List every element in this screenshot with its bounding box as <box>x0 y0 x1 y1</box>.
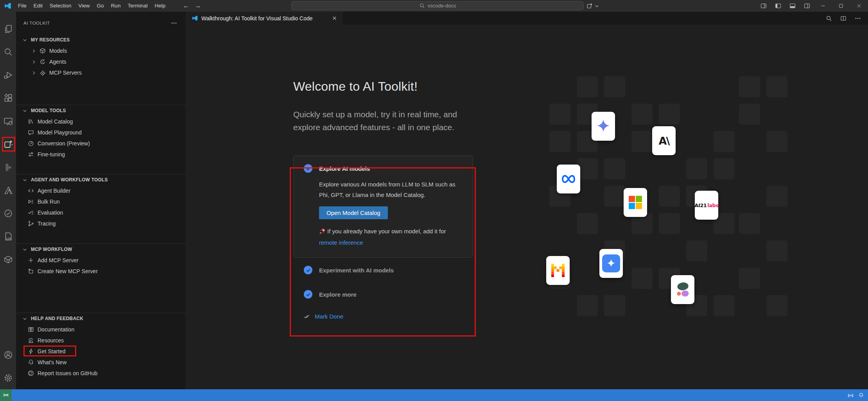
sidebar-item-label: Agents <box>49 59 66 65</box>
decorative-square <box>714 131 735 152</box>
remote-indicator[interactable]: >< <box>0 389 12 401</box>
notifications-bell-icon[interactable] <box>858 392 864 398</box>
checked-circle-icon[interactable] <box>304 290 312 299</box>
find-icon[interactable] <box>826 15 832 21</box>
blue-sparkle-logo <box>599 249 623 278</box>
broadcast-icon[interactable] <box>848 392 854 398</box>
section-header-label: AGENT AND WORKFLOW TOOLS <box>31 177 108 183</box>
menu-view[interactable]: View <box>75 0 93 12</box>
sidebar-more-actions-icon[interactable] <box>171 20 177 26</box>
section-header-mcp-workflow[interactable]: MCP WORKFLOW <box>16 244 186 255</box>
azure-foundry-icon[interactable] <box>0 156 16 179</box>
remote-inference-link[interactable]: remote inference <box>319 239 363 246</box>
sidebar-item-bulk-run[interactable]: Bulk Run <box>16 196 186 207</box>
section-header-my-resources[interactable]: MY RESOURCES <box>16 34 186 45</box>
step-explore-more[interactable]: Explore more <box>293 287 473 301</box>
customize-layout-icon[interactable] <box>756 0 771 12</box>
sidebar-item-agents[interactable]: Agents <box>16 56 186 67</box>
menu-terminal[interactable]: Terminal <box>124 0 151 12</box>
menu-help[interactable]: Help <box>151 0 169 12</box>
sidebar-item-report-issues-on-github[interactable]: Report Issues on GitHub <box>16 368 186 379</box>
sidebar-item-conversion-preview[interactable]: Conversion (Preview) <box>16 138 186 149</box>
run-debug-icon[interactable] <box>0 63 16 86</box>
sidebar-item-models[interactable]: Models <box>16 45 186 56</box>
menu-selection[interactable]: Selection <box>46 0 75 12</box>
section-header-model-tools[interactable]: MODEL TOOLS <box>16 105 186 116</box>
decorative-square <box>577 76 598 97</box>
checked-circle-icon[interactable] <box>304 266 312 274</box>
search-icon[interactable] <box>0 40 16 63</box>
chevron-right-icon[interactable] <box>31 59 36 64</box>
sidebar-item-resources[interactable]: Resources <box>16 335 186 346</box>
close-button[interactable] <box>850 0 868 12</box>
sidebar-item-mcp-servers[interactable]: MCP Servers <box>16 67 186 78</box>
section-header-help-and-feedback[interactable]: HELP AND FEEDBACK <box>16 313 186 324</box>
decorative-square <box>714 158 735 179</box>
tab-walkthrough[interactable]: Walkthrough: AI Toolkit for Visual Studi… <box>186 12 343 25</box>
explorer-icon[interactable] <box>0 17 16 40</box>
output-log-icon[interactable] <box>0 225 16 248</box>
menu-edit[interactable]: Edit <box>30 0 46 12</box>
sidebar-item-label: What's New <box>38 359 66 365</box>
menu-run[interactable]: Run <box>108 0 124 12</box>
sidebar-item-label: Conversion (Preview) <box>38 140 90 147</box>
copilot-menu[interactable] <box>586 0 599 12</box>
toggle-secondary-sidebar-icon[interactable] <box>800 0 814 12</box>
chevron-right-icon[interactable] <box>31 70 36 75</box>
sidebar-item-agent-builder[interactable]: Agent Builder <box>16 185 186 196</box>
ai-toolkit-icon[interactable] <box>0 132 16 156</box>
open-model-catalog-button[interactable]: Open Model Catalog <box>319 206 388 219</box>
sidebar-item-evaluation[interactable]: Evaluation <box>16 207 186 218</box>
sidebar-item-fine-tuning[interactable]: Fine-tuning <box>16 149 186 160</box>
sidebar-item-label: Model Playground <box>38 129 82 136</box>
containers-icon[interactable] <box>0 248 16 271</box>
chevron-right-icon[interactable] <box>31 48 36 54</box>
github-icon <box>28 370 34 376</box>
settings-icon[interactable] <box>0 366 16 389</box>
tab-actions <box>826 12 868 25</box>
maximize-button[interactable] <box>832 0 850 12</box>
sidebar-item-get-started[interactable]: Get Started <box>16 346 186 357</box>
tab-close-icon[interactable] <box>332 15 337 21</box>
walkthrough-page: A\AI21labs Welcome to AI Toolkit! Quickl… <box>186 25 868 389</box>
remote-explorer-icon[interactable] <box>0 109 16 132</box>
decorative-square <box>766 76 787 97</box>
sidebar-item-tracing[interactable]: Tracing <box>16 218 186 229</box>
testing-icon[interactable] <box>0 202 16 225</box>
menu-file[interactable]: File <box>14 0 30 12</box>
back-icon[interactable]: ← <box>183 2 189 9</box>
toggle-sidebar-icon[interactable] <box>771 0 785 12</box>
sidebar-item-add-mcp-server[interactable]: Add MCP Server <box>16 255 186 266</box>
toggle-panel-icon[interactable] <box>785 0 800 12</box>
evaluation-icon <box>28 209 34 216</box>
mark-done-link[interactable]: Mark Done <box>315 313 343 320</box>
sidebar-item-label: Tracing <box>38 220 56 227</box>
menu-go[interactable]: Go <box>93 0 108 12</box>
sidebar-item-label: Create New MCP Server <box>38 268 98 274</box>
vscode-window: { "titlebar": { "menus": ["File", "Edit"… <box>0 0 868 401</box>
command-center-search[interactable]: vscode-docs <box>291 1 584 10</box>
split-editor-icon[interactable] <box>840 15 846 21</box>
step-note: If you already have your own model, add … <box>319 226 464 248</box>
extensions-icon[interactable] <box>0 86 16 109</box>
minimize-button[interactable] <box>814 0 832 12</box>
forward-icon[interactable]: → <box>195 2 201 9</box>
decorative-square <box>739 268 760 289</box>
sidebar-item-label: Get Started <box>38 348 66 354</box>
sidebar-item-documentation[interactable]: Documentation <box>16 324 186 335</box>
sidebar-item-label: MCP Servers <box>49 70 82 76</box>
checked-circle-icon[interactable] <box>304 164 312 173</box>
sidebar-item-model-playground[interactable]: Model Playground <box>16 127 186 138</box>
more-actions-icon[interactable] <box>855 15 861 21</box>
sidebar-item-model-catalog[interactable]: Model Catalog <box>16 116 186 127</box>
section-header-agent-and-workflow-tools[interactable]: AGENT AND WORKFLOW TOOLS <box>16 174 186 185</box>
step-experiment-with-ai-models[interactable]: Experiment with AI models <box>293 263 473 277</box>
accounts-icon[interactable] <box>0 343 16 366</box>
cohere-logo <box>671 275 694 304</box>
step-header[interactable]: Explore AI models <box>304 164 463 173</box>
sidebar-item-create-new-mcp-server[interactable]: Create New MCP Server <box>16 266 186 277</box>
sidebar-item-what-s-new[interactable]: What's New <box>16 357 186 368</box>
azure-icon[interactable] <box>0 179 16 202</box>
sidebar-section-help-and-feedback: HELP AND FEEDBACKDocumentationResourcesG… <box>16 313 186 389</box>
decorative-square <box>766 295 787 316</box>
